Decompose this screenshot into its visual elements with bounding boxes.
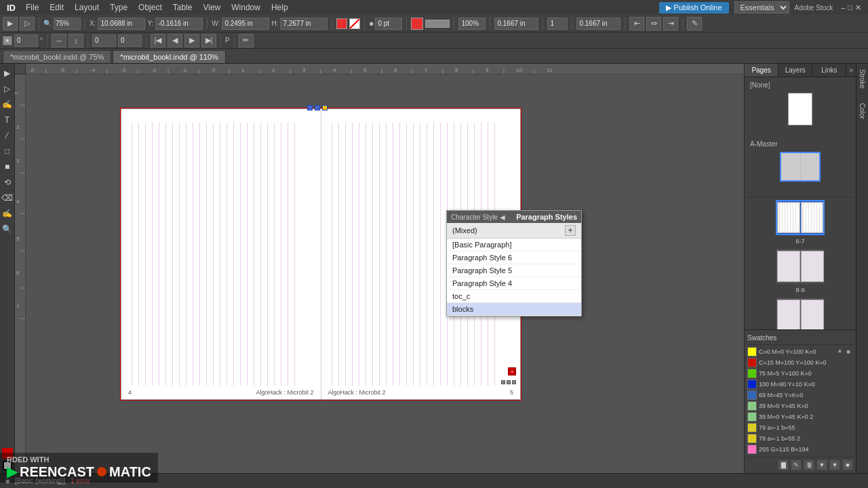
edit-swatch-btn[interactable]: ✎ xyxy=(791,460,802,470)
y-input[interactable]: -0.1616 in xyxy=(155,18,203,30)
rect-tool[interactable]: ■ xyxy=(1,160,14,174)
close-btn[interactable]: ✕ xyxy=(855,3,861,12)
rotation-input[interactable] xyxy=(14,35,38,47)
first-page-btn[interactable]: |◀ xyxy=(151,34,165,47)
align-center-btn[interactable]: ⇔ xyxy=(646,17,661,30)
style-paragraph-6[interactable]: Paragraph Style 6 xyxy=(447,251,581,264)
color-panel-toggle[interactable]: Color xyxy=(859,100,866,122)
maximize-btn[interactable]: □ xyxy=(848,3,852,12)
w-input[interactable]: 0.2495 in xyxy=(222,18,269,30)
swatch-color-6[interactable] xyxy=(747,412,757,422)
pen-tool[interactable]: ✍ xyxy=(1,98,14,111)
swatch-more-btn[interactable]: ▼ xyxy=(829,460,840,470)
style-toc-c[interactable]: toc_c xyxy=(447,290,581,303)
rect-frame-tool[interactable]: □ xyxy=(1,144,14,158)
style-blocks[interactable]: blocks xyxy=(447,303,581,316)
menu-layout[interactable]: Layout xyxy=(70,1,104,14)
spread-6-7-thumb[interactable] xyxy=(776,200,825,235)
swatch-color-9[interactable] xyxy=(747,445,757,454)
swatch-color-5[interactable] xyxy=(747,401,757,411)
spread-8-9-thumb[interactable] xyxy=(776,249,825,284)
menu-window[interactable]: Window xyxy=(226,1,265,14)
menu-edit[interactable]: Edit xyxy=(45,1,68,14)
col-line xyxy=(199,123,200,386)
stroke-color-btn[interactable] xyxy=(425,20,450,28)
none-page-thumb[interactable] xyxy=(788,93,812,125)
del-swatch-btn[interactable]: 🗑 xyxy=(804,460,814,470)
para-styles-tab-char[interactable]: Character Style ◀ xyxy=(451,214,505,221)
stroke-input[interactable] xyxy=(375,18,402,30)
spread-10-11-thumb[interactable] xyxy=(776,298,825,329)
opacity-input[interactable] xyxy=(458,18,486,30)
menu-view[interactable]: View xyxy=(198,1,225,14)
menu-file[interactable]: File xyxy=(21,1,43,14)
essentials-select[interactable]: Essentials xyxy=(734,1,789,14)
zoom-tool[interactable]: 🔍 xyxy=(1,222,14,236)
minimize-btn[interactable]: – xyxy=(841,3,845,12)
menu-type[interactable]: Type xyxy=(105,1,132,14)
direct-select-tool[interactable]: ▷ xyxy=(20,17,35,30)
zoom-input[interactable]: 75% xyxy=(54,18,81,30)
y2-input[interactable] xyxy=(118,35,142,47)
align-left-btn[interactable]: ⇤ xyxy=(629,17,644,30)
style-paragraph-4[interactable]: Paragraph Style 4 xyxy=(447,277,581,290)
flip-v-btn[interactable]: ↕ xyxy=(68,34,83,47)
swatch-color-2[interactable] xyxy=(747,369,757,378)
spread-8-9-row: 8-9 xyxy=(747,249,853,284)
stroke-panel-toggle[interactable]: Stroke xyxy=(859,66,866,92)
flip-h-btn[interactable]: ↔ xyxy=(52,34,66,47)
swatch-color-4[interactable] xyxy=(747,390,757,400)
app-icon[interactable]: ID xyxy=(3,3,20,13)
h2-input[interactable] xyxy=(547,18,568,30)
fill-swatch[interactable] xyxy=(336,18,347,29)
swatch-color-0[interactable] xyxy=(747,347,757,357)
style-basic-paragraph[interactable]: [Basic Paragraph] xyxy=(447,239,581,251)
next-page-btn[interactable]: ▶ xyxy=(184,34,199,47)
menu-table[interactable]: Table xyxy=(168,1,197,14)
type-tool[interactable]: T xyxy=(1,113,14,127)
stroke-swatch[interactable] xyxy=(349,18,360,29)
swatch-options-btn[interactable]: ▼ xyxy=(816,460,827,470)
select-tool[interactable]: ▶ xyxy=(3,17,18,30)
canvas[interactable]: 4 AlgoHack : Microbit 2 xyxy=(26,75,744,473)
scale-tool[interactable]: ⌫ xyxy=(1,191,14,205)
prev-page-btn[interactable]: ◀ xyxy=(167,34,182,47)
swatch-del-0[interactable]: ■ xyxy=(844,347,853,357)
pen-tool-btn[interactable]: ✏ xyxy=(239,34,254,47)
x-input[interactable]: 10.0688 in xyxy=(98,18,145,30)
align-right-btn[interactable]: ⇥ xyxy=(663,17,678,30)
last-page-btn[interactable]: ▶| xyxy=(201,34,216,47)
style-paragraph-5[interactable]: Paragraph Style 5 xyxy=(447,264,581,277)
line-tool[interactable]: ∕ xyxy=(1,129,14,142)
fill-color-btn[interactable] xyxy=(411,18,423,30)
selection-tool[interactable]: ▶ xyxy=(1,66,14,80)
panel-chevron[interactable]: » xyxy=(846,64,856,77)
swatch-color-8[interactable] xyxy=(747,434,757,443)
hand-tool[interactable]: ✍ xyxy=(1,207,14,220)
publish-online-button[interactable]: ▶ Publish Online xyxy=(659,2,729,14)
swatch-color-3[interactable] xyxy=(747,380,757,389)
layers-tab[interactable]: Layers xyxy=(778,64,812,77)
menu-help[interactable]: Help xyxy=(267,1,293,14)
menu-object[interactable]: Object xyxy=(134,1,167,14)
doc-tab-1[interactable]: *microbit_bookl.indd @ 75% xyxy=(3,50,111,63)
transform-btn[interactable]: ■ xyxy=(3,36,12,45)
pages-tab[interactable]: Pages xyxy=(745,64,778,77)
new-paragraph-style-btn[interactable]: + xyxy=(565,225,576,236)
swatch-color-7[interactable] xyxy=(747,423,757,432)
links-tab[interactable]: Links xyxy=(812,64,846,77)
x2-input[interactable] xyxy=(92,35,116,47)
para-styles-tab-para[interactable]: Paragraph Styles xyxy=(516,213,577,221)
doc-tab-2[interactable]: *microbit_bookl.indd @ 110% xyxy=(113,50,225,63)
master-page-thumb[interactable] xyxy=(780,152,821,182)
w3-input[interactable] xyxy=(576,18,620,30)
new-swatch-btn[interactable]: ▇ xyxy=(778,460,789,470)
more-options-btn[interactable]: ✎ xyxy=(687,17,702,30)
w2-input[interactable] xyxy=(494,18,538,30)
direct-selection-tool[interactable]: ▷ xyxy=(1,82,14,96)
rotate-tool[interactable]: ⟲ xyxy=(1,176,14,189)
swatch-color-1[interactable] xyxy=(747,358,757,367)
swatch-grid-btn[interactable]: ■ xyxy=(842,460,853,470)
h-input[interactable]: 7.2677 in xyxy=(280,18,328,30)
swatch-apply-0[interactable]: ▲ xyxy=(837,347,843,357)
